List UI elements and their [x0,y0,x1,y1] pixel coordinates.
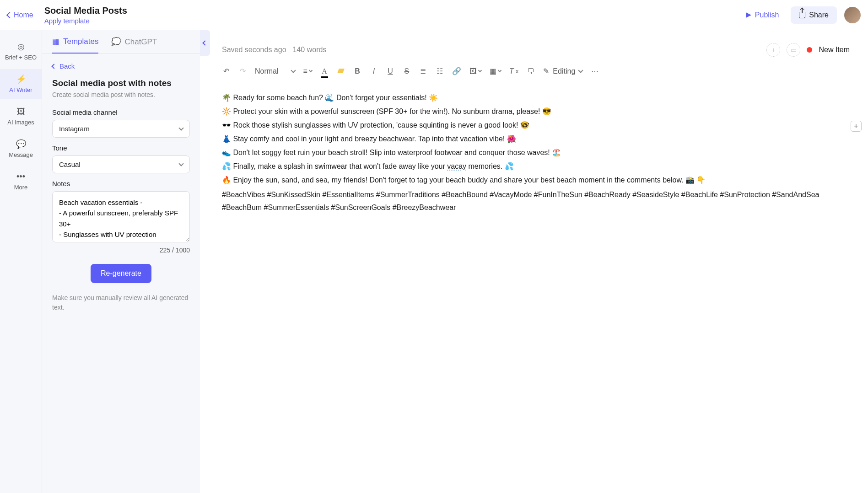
publish-button[interactable]: Publish [739,7,785,23]
templates-icon: ▦ [52,37,59,46]
ordered-list-button[interactable]: ☷ [436,67,444,75]
tab-chatgpt-label: ChatGPT [124,38,157,47]
editor-content[interactable]: 🌴 Ready for some beach fun? 🌊 Don't forg… [213,80,868,493]
underline-button[interactable]: U [386,67,394,75]
calendar-icon[interactable]: ▭ [787,43,800,57]
font-color-button[interactable]: A [320,67,329,75]
bold-button[interactable]: B [353,67,361,75]
avatar[interactable] [844,7,861,23]
chevron-down-icon [178,125,183,130]
home-link[interactable]: Home [7,11,33,19]
nav-ai-images[interactable]: 🖼 AI Images [0,102,42,131]
undo-button[interactable]: ↶ [222,67,230,75]
chevron-down-icon [498,69,501,72]
nav-more[interactable]: ••• More [0,166,42,196]
nav-images-label: AI Images [7,119,34,126]
chevron-down-icon [578,68,583,73]
content-line: 🔆 Protect your skin with a powerful suns… [222,105,845,118]
target-icon: ◎ [16,42,26,51]
image-button[interactable]: 🖼 [469,67,481,75]
tab-templates[interactable]: ▦ Templates [52,37,98,54]
form-subtitle: Create social media post with notes. [52,91,190,98]
tab-chatgpt[interactable]: 💭 ChatGPT [111,37,157,54]
upload-icon [799,12,805,18]
side-panel: ▦ Templates 💭 ChatGPT Back Social media … [42,30,200,493]
status-dot-icon [807,47,812,53]
title-block: Social Media Posts Apply template [44,5,127,25]
add-user-icon[interactable]: + [766,43,780,57]
link-button[interactable]: 🔗 [452,67,461,75]
image-icon: 🖼 [16,107,26,116]
word-count: 140 words [293,46,327,54]
disclaimer-text: Make sure you manually review all AI gen… [52,293,190,312]
bullet-list-button[interactable]: ≣ [419,67,427,75]
tab-templates-label: Templates [63,37,98,46]
pencil-icon: ✎ [543,67,549,75]
editor-toolbar: ↶ ↷ Normal ≡ A B I U S ≣ ☷ 🔗 🖼 ▦ Tx [213,62,868,80]
char-count: 225 / 1000 [52,246,190,254]
notes-label: Notes [52,180,190,188]
style-value: Normal [255,67,279,75]
add-block-button[interactable]: + [851,121,862,132]
regenerate-button[interactable]: Re-generate [91,264,151,283]
apply-template-link[interactable]: Apply template [44,17,127,25]
table-button[interactable]: ▦ [490,67,501,75]
home-label: Home [14,11,33,19]
saved-status: Saved seconds ago [222,46,286,54]
comment-button[interactable]: 🗨 [527,67,535,75]
channel-select[interactable]: Instagram [52,120,190,138]
share-button[interactable]: Share [791,6,837,24]
chatgpt-icon: 💭 [111,37,121,47]
topbar: Home Social Media Posts Apply template P… [0,0,868,30]
dots-icon: ••• [16,172,26,181]
italic-button[interactable]: I [370,67,378,75]
page-title: Social Media Posts [44,5,127,16]
align-button[interactable]: ≡ [303,67,312,75]
redo-button[interactable]: ↷ [238,67,247,75]
share-label: Share [809,11,829,19]
side-tabs: ▦ Templates 💭 ChatGPT [42,30,200,54]
mode-select[interactable]: ✎ Editing [543,67,582,75]
nav-message-label: Message [9,151,33,158]
highlight-button[interactable] [337,68,345,75]
chevron-down-icon [178,161,183,166]
hashtags: #BeachVibes #SunKissedSkin #EssentialIte… [222,188,845,214]
style-select[interactable]: Normal [255,67,295,75]
chat-icon: 💬 [16,139,26,149]
nav-more-label: More [14,184,28,191]
nav-message[interactable]: 💬 Message [0,134,42,164]
channel-label: Social media channel [52,108,190,116]
back-link[interactable]: Back [52,62,190,70]
form-title: Social media post with notes [52,78,190,88]
tone-label: Tone [52,144,190,152]
clear-format-button[interactable]: Tx [509,67,518,75]
chevron-down-icon [309,69,313,72]
left-nav: ◎ Brief + SEO ⚡ AI Writer 🖼 AI Images 💬 … [0,30,42,493]
chevron-left-icon [51,64,56,69]
bolt-icon: ⚡ [16,75,26,84]
nav-ai-writer[interactable]: ⚡ AI Writer [0,69,42,99]
status-label[interactable]: New Item [819,46,850,54]
tone-select[interactable]: Casual [52,155,190,173]
more-toolbar-button[interactable]: ⋯ [591,67,599,75]
content-line: 💦 Finally, make a splash in swimwear tha… [222,160,845,173]
content-line: 👗 Stay comfy and cool in your light and … [222,133,845,145]
channel-value: Instagram [59,125,90,133]
mode-value: Editing [553,67,575,75]
content-line: 👟 Don't let soggy feet ruin your beach s… [222,146,845,159]
content-line: 🔥 Enjoy the sun, sand, and sea, my frien… [222,174,845,187]
tone-value: Casual [59,161,81,168]
editor-area: Saved seconds ago 140 words + ▭ New Item… [200,30,868,493]
content-line: 🌴 Ready for some beach fun? 🌊 Don't forg… [222,91,845,104]
chevron-left-icon [6,11,13,18]
notes-textarea[interactable] [52,191,190,242]
nav-writer-label: AI Writer [9,86,32,93]
chevron-down-icon [291,68,296,73]
spellcheck-word[interactable]: vacay [447,162,466,170]
nav-brief-label: Brief + SEO [5,54,37,61]
send-icon [746,12,751,18]
nav-brief-seo[interactable]: ◎ Brief + SEO [0,37,42,66]
back-label: Back [59,62,75,70]
strike-button[interactable]: S [403,67,411,75]
publish-label: Publish [755,11,779,19]
